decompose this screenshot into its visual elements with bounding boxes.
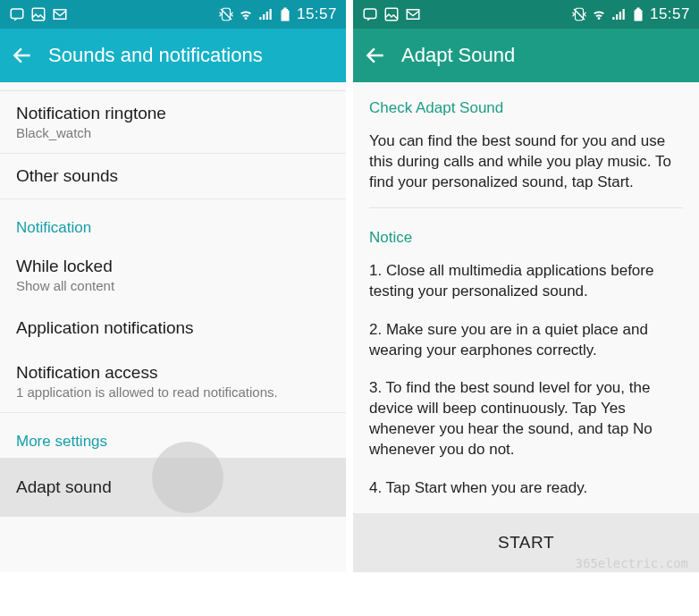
phone-right: 15:57 Adapt Sound Check Adapt Sound You … (353, 0, 699, 572)
row-subtitle: Black_watch (16, 125, 330, 140)
row-other-sounds[interactable]: Other sounds (0, 154, 346, 199)
notice-item-1: 1. Close all multimedia applications bef… (369, 257, 683, 316)
status-time: 15:57 (297, 5, 337, 23)
status-time: 15:57 (650, 5, 690, 23)
row-subtitle: 1 application is allowed to read notific… (16, 384, 330, 400)
image-icon (383, 6, 400, 22)
signal-icon (257, 6, 274, 22)
svg-rect-0 (11, 9, 23, 19)
settings-list: Notification ringtone Black_watch Other … (0, 82, 346, 572)
app-bar: Sounds and notifications (0, 29, 346, 82)
svg-rect-1 (32, 8, 45, 21)
mail-icon (405, 6, 421, 22)
app-title: Adapt Sound (401, 44, 515, 67)
svg-rect-3 (364, 9, 376, 19)
notice-item-4: 4. Tap Start when you are ready. (369, 475, 683, 513)
svg-rect-4 (385, 8, 398, 21)
svg-rect-5 (407, 10, 419, 20)
watermark: 365electric.com (576, 556, 688, 570)
check-description: You can find the best sound for you and … (369, 128, 683, 207)
svg-rect-2 (54, 10, 66, 20)
mail-icon (52, 6, 68, 22)
notice-item-2: 2. Make sure you are in a quiet place an… (369, 316, 683, 376)
row-adapt-sound[interactable]: Adapt sound (0, 458, 346, 517)
section-check-adapt-sound: Check Adapt Sound (369, 82, 683, 128)
app-title: Sounds and notifications (48, 44, 263, 67)
row-notification-ringtone[interactable]: Notification ringtone Black_watch (0, 91, 346, 154)
row-subtitle: Show all content (16, 278, 330, 293)
phone-left: 15:57 Sounds and notifications Notificat… (0, 0, 346, 572)
battery-icon (277, 6, 293, 22)
adapt-sound-content: Check Adapt Sound You can find the best … (353, 82, 699, 572)
status-bar: 15:57 (353, 0, 699, 29)
row-title: Notification access (16, 363, 330, 383)
vibrate-icon (218, 6, 234, 22)
chat-icon (362, 6, 378, 22)
row-title: Adapt sound (16, 477, 112, 496)
row-title: Other sounds (16, 166, 330, 186)
app-bar: Adapt Sound (353, 29, 699, 82)
vibrate-icon (571, 6, 587, 22)
section-header-notification: Notification (0, 199, 346, 244)
row-title: While locked (16, 257, 330, 276)
chat-icon (9, 6, 25, 22)
notice-item-3: 3. To find the best sound level for you,… (369, 375, 683, 475)
battery-icon (630, 6, 646, 22)
image-icon (30, 6, 46, 22)
row-title: Application notifications (16, 318, 330, 338)
section-notice: Notice (369, 212, 683, 257)
wifi-icon (591, 6, 607, 22)
row-while-locked[interactable]: While locked Show all content (0, 244, 346, 306)
signal-icon (611, 6, 627, 22)
back-button[interactable] (364, 44, 387, 67)
row-application-notifications[interactable]: Application notifications (0, 306, 346, 350)
touch-ripple (152, 442, 223, 513)
wifi-icon (238, 6, 254, 22)
clipped-row (0, 82, 346, 91)
start-label: START (498, 533, 554, 552)
status-bar: 15:57 (0, 0, 346, 29)
row-title: Notification ringtone (16, 104, 330, 123)
back-button[interactable] (11, 44, 34, 67)
row-notification-access[interactable]: Notification access 1 application is all… (0, 350, 346, 413)
